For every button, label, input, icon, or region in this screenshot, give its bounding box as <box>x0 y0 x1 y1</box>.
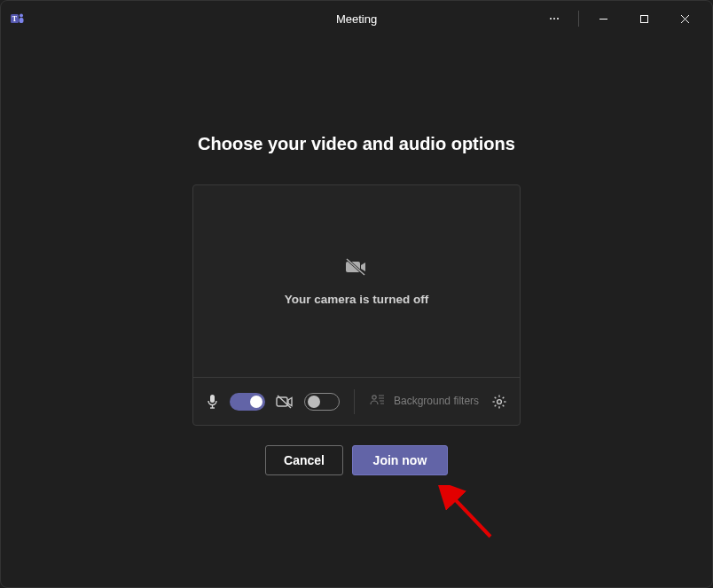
annotation-arrow-icon <box>435 485 506 547</box>
background-filters-button[interactable]: Background filters <box>369 393 479 411</box>
video-preview-area: Your camera is turned off <box>193 185 520 377</box>
svg-point-2 <box>20 14 23 18</box>
svg-rect-3 <box>20 18 24 23</box>
svg-line-30 <box>503 396 505 398</box>
background-filters-label: Background filters <box>394 396 479 408</box>
svg-rect-13 <box>210 395 215 403</box>
svg-point-18 <box>372 395 376 398</box>
svg-point-4 <box>550 18 552 20</box>
maximize-button[interactable] <box>623 4 664 33</box>
device-controls-row: Background filters <box>193 377 520 425</box>
camera-off-text: Your camera is turned off <box>285 293 429 306</box>
svg-point-5 <box>553 18 555 20</box>
microphone-toggle[interactable] <box>230 393 265 411</box>
main-content: Choose your video and audio options Your… <box>1 36 712 475</box>
action-buttons: Cancel Join now <box>265 445 448 475</box>
svg-point-23 <box>498 399 502 404</box>
svg-line-28 <box>495 396 497 398</box>
camera-toggle[interactable] <box>304 393 340 411</box>
svg-text:T: T <box>12 15 18 23</box>
close-button[interactable] <box>664 4 705 33</box>
page-heading: Choose your video and audio options <box>198 134 515 154</box>
more-options-button[interactable] <box>534 4 575 33</box>
background-filters-icon <box>369 393 385 411</box>
join-now-button[interactable]: Join now <box>352 445 448 475</box>
title-bar: T Meeting <box>1 1 712 36</box>
window-title: Meeting <box>336 12 377 26</box>
divider <box>354 389 355 414</box>
microphone-icon <box>206 394 219 410</box>
device-settings-button[interactable] <box>491 394 507 410</box>
svg-point-6 <box>557 18 559 20</box>
separator <box>578 11 579 27</box>
camera-off-icon <box>345 257 368 280</box>
svg-line-29 <box>503 404 505 406</box>
svg-line-32 <box>451 496 490 537</box>
cancel-button[interactable]: Cancel <box>265 445 343 475</box>
video-preview-card: Your camera is turned off <box>192 184 521 426</box>
teams-app-icon: T <box>10 11 26 27</box>
window-controls <box>534 4 705 33</box>
svg-line-31 <box>495 404 497 406</box>
minimize-button[interactable] <box>583 4 623 33</box>
svg-rect-8 <box>640 15 647 22</box>
svg-rect-16 <box>277 397 287 406</box>
camera-icon <box>276 395 294 409</box>
